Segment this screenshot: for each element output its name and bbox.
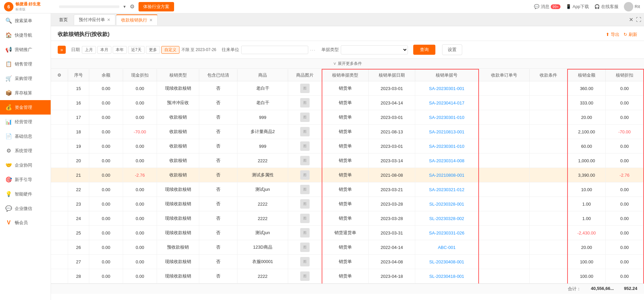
col-gear[interactable]: ⚙ [51, 69, 68, 81]
notification-item[interactable]: 💬 消息 99+ [534, 4, 560, 10]
cell-cancel-doc-date: 2023-04-14 [369, 96, 415, 110]
filter-doctype-select[interactable] [341, 45, 408, 54]
sidebar-item-hardware[interactable]: 💡 智能硬件 [0, 187, 51, 201]
tab-expand-button[interactable]: ⛶ [636, 16, 641, 23]
cell-balance: 0.00 [89, 139, 123, 154]
cell-cancel-doc-no: SL-20230328-001 [415, 197, 478, 211]
filter-unit-input[interactable] [241, 46, 308, 54]
gear-icon[interactable]: ⚙ [57, 73, 61, 78]
cell-receipt-condition [529, 211, 568, 226]
cancel-doc-no-link[interactable]: SA-20210813-001 [429, 129, 465, 134]
sidebar-item-wechat[interactable]: 💬 企业微信 [0, 201, 51, 216]
sidebar-item-finance[interactable]: 💰 资金管理 [0, 100, 51, 115]
cancel-doc-no-link[interactable]: SA-20230301-010 [429, 115, 465, 120]
cell-cancel-doc-type: 销货单 [322, 96, 369, 110]
dropdown-icon[interactable]: ▾ [123, 4, 126, 9]
online-service-item[interactable]: 🎧 在线客服 [594, 4, 619, 10]
filter-date-7days[interactable]: 近7天 [128, 46, 145, 54]
cell-receipt-condition [529, 125, 568, 139]
cancel-doc-no-link[interactable]: SA-20230301-010 [429, 144, 465, 149]
cell-cancel-doc-date: 2023-03-14 [369, 154, 415, 168]
cell-cancel-discount: 0.00 [605, 154, 644, 168]
cell-goods: 2222 [237, 197, 288, 211]
cancel-doc-no-link[interactable]: SA-20230414-017 [429, 100, 465, 105]
filter-date-more[interactable]: 更多 [146, 46, 160, 54]
sidebar-item-marketing[interactable]: 📢 营销推广 [0, 42, 51, 57]
sidebar-item-purchase[interactable]: 🛒 采购管理 [0, 71, 51, 86]
cell-seq: 17 [68, 110, 89, 125]
cell-gear [51, 154, 68, 168]
cell-include-settled: 否 [199, 154, 237, 168]
cell-cancel-doc-date: 2021-08-08 [369, 168, 415, 182]
layout: 🔍 搜索菜单 🏠 快捷导航 📢 营销推广 📋 销售管理 🛒 采购管理 📦 库存核… [0, 13, 644, 300]
export-button[interactable]: ⬆ 导出 [606, 32, 620, 38]
cell-goods-img: 图 [288, 182, 322, 197]
cell-gear [51, 197, 68, 211]
tab-prepay[interactable]: 预付冲应付单 ✕ [74, 14, 115, 25]
filter-date-this-year[interactable]: 本年 [113, 46, 127, 54]
cell-goods: 测试jun [237, 226, 288, 240]
cancel-doc-no-link[interactable]: SL-20230328-002 [429, 216, 464, 221]
tab-close-receipts[interactable]: ✕ [149, 18, 153, 23]
sidebar-item-operations[interactable]: 📊 经营管理 [0, 115, 51, 129]
cancel-doc-no-link[interactable]: SL-20230418-001 [429, 274, 464, 279]
tab-close-prepay[interactable]: ✕ [107, 17, 110, 22]
cell-goods: 999 [237, 139, 288, 154]
sidebar-item-collab[interactable]: 🤝 企业协同 [0, 158, 51, 172]
industry-solution-button[interactable]: 体验行业方案 [139, 2, 174, 11]
cell-cancel-doc-date: 2023-03-01 [369, 110, 415, 125]
cancel-doc-no-link[interactable]: ABC-001 [438, 245, 455, 250]
filter-expand-button[interactable]: » [58, 46, 66, 54]
cell-balance: 0.00 [89, 211, 123, 226]
cell-goods: 衣服00001 [237, 255, 288, 269]
col-cancel-type: 核销类型 [157, 69, 199, 81]
cancel-doc-no-link[interactable]: SA-20230314-008 [429, 158, 465, 163]
cancel-doc-no-link[interactable]: SL-20230408-001 [429, 259, 464, 264]
logo: 6 畅捷通·好生意 标准版 [4, 1, 55, 12]
cancel-doc-no-link[interactable]: SA-20230301-001 [429, 86, 465, 91]
tab-receipts[interactable]: 收款核销执行 ✕ [116, 14, 158, 25]
sidebar-item-guide[interactable]: 🎯 新手引导 [0, 172, 51, 187]
cell-goods: 老白干 [237, 81, 288, 96]
filter-date-custom[interactable]: 自定义 [161, 46, 179, 54]
cell-cancel-discount: 0.00 [605, 197, 644, 211]
cell-cancel-type: 现续收款核销 [157, 269, 199, 284]
cancel-doc-no-link[interactable]: SL-20230328-001 [429, 202, 464, 207]
cancel-doc-no-link[interactable]: SA-20210808-001 [429, 173, 465, 178]
cancel-doc-no-link[interactable]: SA-20230331-026 [429, 230, 465, 235]
home-icon: 🏠 [5, 32, 12, 38]
settings-icon[interactable]: ⚙ [130, 3, 135, 10]
tab-close-button[interactable]: ✕ [629, 16, 633, 23]
cell-cancel-doc-no: SA-20230414-017 [415, 96, 478, 110]
sidebar-item-search[interactable]: 🔍 搜索菜单 [0, 13, 51, 28]
filter-unit-label: 往来单位 [222, 47, 239, 53]
sidebar-item-member[interactable]: V 畅会员 [0, 216, 51, 230]
cell-include-settled: 否 [199, 226, 237, 240]
cell-cash-discount: 0.00 [123, 240, 157, 255]
app-download-item[interactable]: 📱 App下载 [566, 4, 589, 10]
expand-more-bar[interactable]: ∨ 展开更多条件 [51, 59, 644, 69]
cell-receipt-condition [529, 154, 568, 168]
cell-include-settled: 否 [199, 125, 237, 139]
query-button[interactable]: 查询 [413, 45, 435, 55]
table-settings-button[interactable]: 设置 [442, 44, 462, 55]
data-table: ⚙ 序号 余额 现金折扣 核销类型 包含已结清 商品 商品图片 核销单据类型 核… [51, 69, 644, 284]
cancel-doc-no-link[interactable]: SA-20230321-012 [429, 187, 465, 192]
refresh-button[interactable]: ↻ 刷新 [624, 32, 637, 38]
col-cancel-doc-type: 核销单据类型 [322, 69, 369, 81]
filter-date-this-month[interactable]: 本月 [97, 46, 111, 54]
sidebar-item-basic-info[interactable]: 📄 基础信息 [0, 129, 51, 143]
cell-balance: 0.00 [89, 226, 123, 240]
cell-receipt-order-no [479, 81, 529, 96]
tab-home[interactable]: 首页 [54, 15, 73, 25]
filter-date-last-month[interactable]: 上月 [82, 46, 96, 54]
sidebar-item-sales[interactable]: 📋 销售管理 [0, 57, 51, 71]
top-search-bar[interactable] [59, 5, 119, 8]
cell-goods-img: 图 [288, 240, 322, 255]
sidebar-item-system[interactable]: ⚙ 系统管理 [0, 143, 51, 158]
user-avatar-item[interactable]: Rit [624, 2, 640, 11]
sidebar-item-nav[interactable]: 🏠 快捷导航 [0, 28, 51, 42]
cell-seq: 22 [68, 182, 89, 197]
cell-cancel-doc-date: 2023-03-21 [369, 182, 415, 197]
sidebar-item-inventory[interactable]: 📦 库存核算 [0, 86, 51, 100]
